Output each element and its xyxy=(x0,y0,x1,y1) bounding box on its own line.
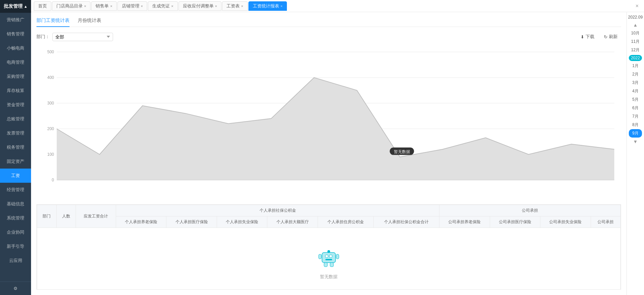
sidebar-item-guide[interactable]: 新手引导 xyxy=(0,239,31,254)
gear-icon: ⚙ xyxy=(14,286,18,291)
sidebar-item-ecom-xiao[interactable]: 小畅电商 xyxy=(0,41,31,55)
payroll-table: 部门 人数 应发工资合计 个人承担社保公积金 公司承担 个人承担养老保险个人承担… xyxy=(37,205,621,290)
sidebar-item-sales[interactable]: 销售管理 xyxy=(0,27,31,41)
timeline-month-10[interactable]: 10月 xyxy=(629,29,642,37)
timeline-month-7[interactable]: 7月 xyxy=(629,112,642,121)
svg-text:400: 400 xyxy=(47,75,54,80)
timeline-month-1[interactable]: 1月 xyxy=(629,62,642,70)
tab-ar-ap-adjust[interactable]: 应收应付调整单× xyxy=(179,1,221,11)
sidebar-item-operation[interactable]: 经营管理 xyxy=(0,183,31,197)
sidebar-header: 批发管理 ▲ xyxy=(0,0,31,13)
tab-gen-voucher[interactable]: 生成凭证× xyxy=(148,1,178,11)
col-公司承担医疗保险: 公司承担医疗保险 xyxy=(490,216,540,228)
sidebar-item-tax[interactable]: 税务管理 xyxy=(0,140,31,154)
sidebar-item-basic[interactable]: 基础信息 xyxy=(0,197,31,211)
tab-label-sales-order: 销售单 xyxy=(96,3,109,9)
sidebar-item-ledger[interactable]: 总账管理 xyxy=(0,112,31,126)
svg-rect-16 xyxy=(325,255,328,258)
svg-rect-22 xyxy=(336,254,339,259)
tab-close-payroll[interactable]: × xyxy=(241,4,243,8)
sidebar-item-salary[interactable]: 工资 xyxy=(0,169,31,183)
svg-rect-15 xyxy=(322,253,336,263)
col-personal-social: 个人承担社保公积金 xyxy=(116,205,439,216)
tab-close-sales-order[interactable]: × xyxy=(110,4,112,8)
svg-rect-17 xyxy=(329,255,332,258)
tab-label-store-catalog: 门店商品目录 xyxy=(56,3,83,9)
col-count: 人数 xyxy=(56,205,76,228)
sub-tab-dept-stats[interactable]: 部门工资统计表 xyxy=(36,18,70,27)
col-个人承担养老保险: 个人承担养老保险 xyxy=(116,216,166,228)
tab-home[interactable]: 首页 xyxy=(34,1,51,11)
table-area[interactable]: 部门 人数 应发工资合计 个人承担社保公积金 公司承担 个人承担养老保险个人承担… xyxy=(36,204,621,290)
tab-payroll-stats[interactable]: 工资统计报表× xyxy=(248,1,287,11)
sidebar-item-inventory[interactable]: 库存核算 xyxy=(0,84,31,98)
sidebar-item-invoice[interactable]: 发票管理 xyxy=(0,126,31,140)
refresh-button[interactable]: ↻ 刷新 xyxy=(600,32,621,41)
tab-close-gen-voucher[interactable]: × xyxy=(171,4,173,8)
timeline-top-date: 2022.09 xyxy=(628,13,643,21)
tab-close-store-catalog[interactable]: × xyxy=(84,4,86,8)
col-公司承担养老保险: 公司承担养老保险 xyxy=(439,216,490,228)
tab-payroll[interactable]: 工资表× xyxy=(222,1,247,11)
sidebar-item-collab[interactable]: 企业协同 xyxy=(0,225,31,239)
tab-store-catalog[interactable]: 门店商品目录× xyxy=(52,1,90,11)
sidebar-item-purchase[interactable]: 采购管理 xyxy=(0,69,31,84)
timeline-month-9[interactable]: 9月 xyxy=(629,129,642,138)
sidebar-item-assets[interactable]: 固定资产 xyxy=(0,154,31,169)
settings-button[interactable]: ⚙ xyxy=(0,282,31,295)
timeline-year-2022[interactable]: 2022 xyxy=(629,55,642,61)
timeline-down-nav[interactable]: ▼ xyxy=(633,138,638,146)
content-area: 部门工资统计表月份统计表 部门： 全部 ⬇ 下载 ↻ xyxy=(31,12,644,295)
col-company-social: 公司承担 xyxy=(439,205,621,216)
empty-state: 暂无数据 xyxy=(41,231,617,290)
dept-filter-label: 部门： xyxy=(36,34,50,40)
sub-tab-month-stats[interactable]: 月份统计表 xyxy=(78,18,101,27)
col-个人承担社保公积金合计: 个人承担社保公积金合计 xyxy=(373,216,439,228)
sidebar-collapse-icon[interactable]: ▲ xyxy=(24,4,28,8)
sidebar-item-system[interactable]: 系统管理 xyxy=(0,211,31,225)
filter-row: 部门： 全部 xyxy=(36,33,113,41)
sidebar-item-marketing[interactable]: 营销推广 xyxy=(0,13,31,27)
timeline-month-12[interactable]: 12月 xyxy=(629,46,642,54)
svg-text:500: 500 xyxy=(47,50,54,54)
timeline-month-4[interactable]: 4月 xyxy=(629,87,642,95)
tab-close-payroll-stats[interactable]: × xyxy=(280,4,283,8)
download-icon: ⬇ xyxy=(581,34,584,39)
svg-text:100: 100 xyxy=(47,152,54,157)
empty-text: 暂无数据 xyxy=(320,274,338,280)
timeline-month-8[interactable]: 8月 xyxy=(629,121,642,129)
svg-rect-23 xyxy=(324,263,327,267)
sidebar: 批发管理 ▲ 营销推广销售管理小畅电商电商管理采购管理库存核算资金管理总账管理发… xyxy=(0,0,31,295)
svg-text:0: 0 xyxy=(52,178,54,182)
timeline-month-3[interactable]: 3月 xyxy=(629,79,642,87)
tab-label-payroll-stats: 工资统计报表 xyxy=(253,3,279,9)
tab-close-ar-ap-adjust[interactable]: × xyxy=(215,4,217,8)
timeline-month-6[interactable]: 6月 xyxy=(629,104,642,112)
tab-shop-mgmt[interactable]: 店铺管理× xyxy=(117,1,147,11)
svg-text:300: 300 xyxy=(47,101,54,106)
timeline-month-11[interactable]: 11月 xyxy=(629,37,642,46)
main-area: 首页门店商品目录×销售单×店铺管理×生成凭证×应收应付调整单×工资表×工资统计报… xyxy=(31,0,644,295)
tab-label-shop-mgmt: 店铺管理 xyxy=(122,3,139,9)
window-close-button[interactable]: × xyxy=(633,3,641,9)
toolbar: 部门： 全部 ⬇ 下载 ↻ 刷新 xyxy=(36,32,621,41)
tab-close-shop-mgmt[interactable]: × xyxy=(141,4,143,8)
svg-rect-21 xyxy=(319,254,321,259)
dept-select[interactable]: 全部 xyxy=(52,33,113,41)
download-button[interactable]: ⬇ 下载 xyxy=(577,32,598,41)
sidebar-item-funds[interactable]: 资金管理 xyxy=(0,98,31,112)
col-dept: 部门 xyxy=(37,205,57,228)
action-buttons: ⬇ 下载 ↻ 刷新 xyxy=(577,32,621,41)
timeline-month-2[interactable]: 2月 xyxy=(629,70,642,79)
timeline-up-nav[interactable]: ▲ xyxy=(633,21,638,29)
svg-rect-18 xyxy=(325,259,332,260)
timeline-panel: 2022.09 ▲ 10月11月12月20221月2月3月4月5月6月7月8月9… xyxy=(626,12,644,295)
refresh-icon: ↻ xyxy=(604,34,608,39)
timeline-month-5[interactable]: 5月 xyxy=(629,95,642,104)
sidebar-item-cloud[interactable]: 云应用 xyxy=(0,254,31,268)
tab-label-home: 首页 xyxy=(38,3,47,9)
sub-tab-bar: 部门工资统计表月份统计表 xyxy=(36,18,621,27)
sidebar-item-ecom[interactable]: 电商管理 xyxy=(0,55,31,69)
empty-robot-icon xyxy=(315,244,342,271)
tab-sales-order[interactable]: 销售单× xyxy=(91,1,116,11)
